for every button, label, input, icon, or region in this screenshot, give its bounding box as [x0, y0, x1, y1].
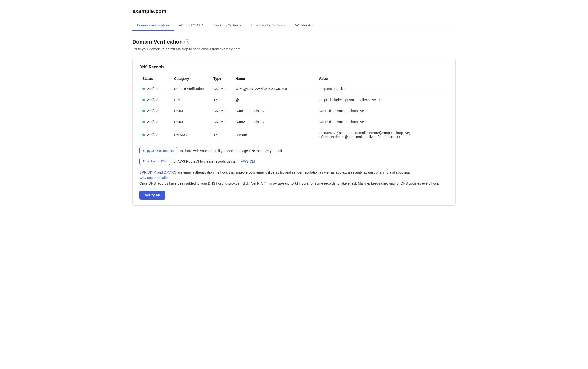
cell-category: SPF: [171, 94, 210, 105]
section-description: Verify your domain to permit Mailtrap to…: [132, 47, 456, 51]
table-row: VerifiedDKIMCNAMErwmt2._domainkeyrwmt2.d…: [139, 116, 449, 127]
info-block: SPF, DKIM and DMARC are email authentica…: [139, 170, 449, 186]
cell-value: rwmt1.dkim.smtp.mailtrap.live: [316, 105, 449, 116]
verified-dot: [142, 110, 145, 112]
cell-name: _dmarc: [233, 127, 316, 142]
cell-value: smtp.mailtrap.live: [316, 83, 449, 94]
dns-bold-text: up to 72 hours: [285, 181, 309, 185]
spf-text: are email authentication methods that im…: [176, 170, 410, 174]
cell-value: v=spf1 include:_spf.smtp.mailtrap.live ~…: [316, 94, 449, 105]
cell-status: Verified: [139, 116, 171, 127]
card-title: DNS Records: [139, 65, 449, 69]
table-row: VerifiedDMARCTXT_dmarcv=DMARC1; p=none; …: [139, 127, 449, 142]
cell-type: TXT: [210, 127, 233, 142]
cell-type: TXT: [210, 94, 233, 105]
help-icon[interactable]: ?: [184, 39, 189, 44]
tab-tracking-settings[interactable]: Tracking Settings: [208, 20, 246, 31]
dns-table: Status Category Type Name Value Verified…: [139, 74, 449, 142]
tab-domain-verification[interactable]: Domain Verification: [132, 20, 174, 31]
download-action-text: for AWS Route53 to create records using: [173, 159, 235, 163]
cell-status: Verified: [139, 105, 171, 116]
cell-name: rwmt1._domainkey: [233, 105, 316, 116]
domain-title: example.com: [132, 8, 456, 14]
dns-body-text2: for some records to take effect. Mailtra…: [309, 181, 439, 185]
cell-name: WtMQyLarGVWYh3UK0uDJCTOP: [233, 83, 316, 94]
cell-value: rwmt2.dkim.smtp.mailtrap.live: [316, 116, 449, 127]
cell-status: Verified: [139, 94, 171, 105]
spf-dkim-dmarc-link[interactable]: SPF, DKIM and DMARC: [139, 170, 176, 174]
table-row: VerifiedDomain VerificationCNAMEWtMQyLar…: [139, 83, 449, 94]
verified-dot: [142, 88, 145, 90]
col-header-type: Type: [210, 74, 233, 83]
download-action-line: Download JSON for AWS Route53 to create …: [139, 158, 449, 165]
cell-type: CNAME: [210, 116, 233, 127]
col-header-category: Category: [171, 74, 210, 83]
cell-category: Domain Verification: [171, 83, 210, 94]
cell-type: CNAME: [210, 83, 233, 94]
tab-nav: Domain Verification API and SMTP Trackin…: [132, 20, 456, 31]
dns-body-text1: Once DNS records have been added to your…: [139, 181, 285, 185]
verified-dot: [142, 99, 145, 101]
cell-name: @: [233, 94, 316, 105]
section-heading-row: Domain Verification ?: [132, 39, 456, 45]
verify-all-button[interactable]: Verify all: [139, 191, 165, 200]
verified-dot: [142, 121, 145, 123]
copy-action-text: to share with your admin if you don't ma…: [180, 149, 282, 153]
table-row: VerifiedDKIMCNAMErwmt1._domainkeyrwmt1.d…: [139, 105, 449, 116]
cell-category: DKIM: [171, 116, 210, 127]
cell-category: DKIM: [171, 105, 210, 116]
cell-value: v=DMARC1; p=none; rua=mailto:dmarc@smtp.…: [316, 127, 449, 142]
tab-api-smtp[interactable]: API and SMTP: [174, 20, 208, 31]
tab-unsubscribe-settings[interactable]: Unsubscribe Settings: [246, 20, 291, 31]
dns-records-card: DNS Records Status Category Type Name Va…: [132, 58, 456, 206]
cell-type: CNAME: [210, 105, 233, 116]
table-row: VerifiedSPFTXT@v=spf1 include:_spf.smtp.…: [139, 94, 449, 105]
copy-action-line: Copy all DNS records to share with your …: [139, 147, 449, 154]
cell-category: DMARC: [171, 127, 210, 142]
why-use-them-link[interactable]: Why use them all?: [139, 176, 168, 180]
cell-status: Verified: [139, 127, 171, 142]
tab-webhooks[interactable]: Webhooks: [291, 20, 318, 31]
actions-row: Copy all DNS records to share with your …: [139, 147, 449, 165]
col-header-value: Value: [316, 74, 449, 83]
cell-name: rwmt2._domainkey: [233, 116, 316, 127]
verified-dot: [142, 134, 145, 136]
download-json-button[interactable]: Download JSON: [139, 158, 170, 165]
copy-dns-button[interactable]: Copy all DNS records: [139, 147, 177, 154]
col-header-name: Name: [233, 74, 316, 83]
aws-cli-link[interactable]: AWS CLI: [241, 159, 255, 163]
col-header-status: Status: [139, 74, 171, 83]
cell-status: Verified: [139, 83, 171, 94]
section-heading-text: Domain Verification: [132, 39, 183, 45]
